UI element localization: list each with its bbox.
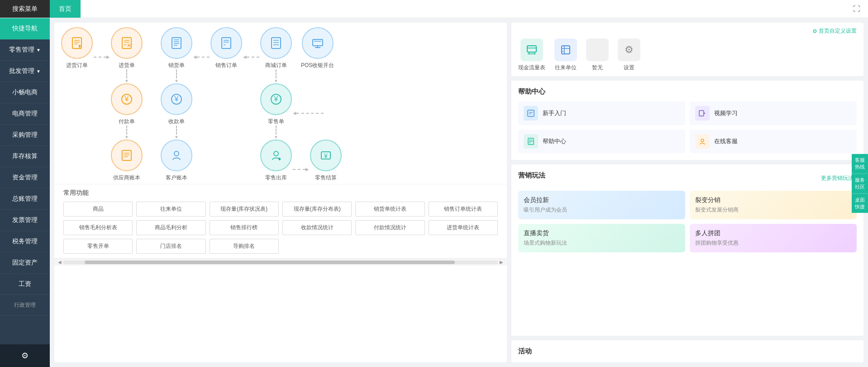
- helpcenter-label: 帮助中心: [543, 137, 566, 145]
- sales-slip-icon[interactable]: [161, 27, 192, 59]
- quick-btn-contacts[interactable]: 往来单位: [136, 202, 205, 217]
- quick-btn-receipt-stats[interactable]: 收款情况统计: [282, 220, 352, 235]
- sidebar-settings-button[interactable]: ⚙: [0, 344, 50, 367]
- left-panel: 进货订单 ▶ 进货单: [54, 23, 507, 362]
- svg-rect-47: [528, 110, 534, 116]
- quick-access-header: ⚙ 首页自定义设置: [518, 27, 857, 35]
- quick-btn-sales-margin[interactable]: 销售毛利分析表: [63, 220, 133, 235]
- svg-marker-51: [704, 112, 706, 114]
- sidebar-item-inventory[interactable]: 库存核算: [0, 146, 50, 167]
- mall-order-icon[interactable]: [260, 27, 292, 59]
- sidebar-item-ecom-mgmt[interactable]: 电商管理: [0, 103, 50, 125]
- home-tab[interactable]: 首页: [50, 0, 81, 18]
- retail-arrow: ▶: [292, 167, 310, 182]
- quick-icon-none[interactable]: 暂无: [586, 39, 609, 72]
- marketing-item-group[interactable]: 多人拼团 拼团购物享受优惠: [690, 224, 857, 252]
- sidebar-item-retail-mgmt[interactable]: 零售管理 ▼: [0, 39, 50, 61]
- content-area: 进货订单 ▶ 进货单: [50, 18, 868, 367]
- contacts-label: 往来单位: [555, 64, 577, 72]
- retail-settle-icon[interactable]: ¥: [310, 140, 342, 171]
- scroll-left[interactable]: ◀: [57, 260, 63, 265]
- svg-rect-7: [172, 38, 181, 48]
- quick-access-section: ⚙ 首页自定义设置 现金流量表: [511, 23, 863, 76]
- sidebar-item-xc-ecom[interactable]: 小畅电商: [0, 82, 50, 103]
- retail-mgmt-arrow: ▼: [36, 48, 41, 53]
- sales-order-label: 销售订单: [215, 62, 237, 69]
- sidebar-item-general-ledger[interactable]: 总账管理: [0, 188, 50, 210]
- sidebar-item-purchase-mgmt[interactable]: 采购管理: [0, 125, 50, 146]
- quick-btn-goods[interactable]: 商品: [63, 202, 133, 217]
- quick-btn-sales-stats[interactable]: 销货单统计表: [355, 202, 424, 217]
- mall-order-down: ▼: [260, 69, 292, 83]
- quick-functions-grid: 商品 往来单位 现存量(库存状况表) 现存量(库存分布表) 销货单统计表 销售订…: [63, 202, 498, 254]
- sidebar-item-fixed-assets[interactable]: 固定资产: [0, 252, 50, 274]
- scroll-right[interactable]: ▶: [498, 260, 505, 265]
- purchase-order-icon[interactable]: [61, 27, 93, 59]
- quick-btn-guide-rank[interactable]: 导购排名: [210, 239, 279, 254]
- help-item-helpcenter[interactable]: 帮助中心: [518, 130, 685, 153]
- purchase-slip-icon[interactable]: [111, 27, 143, 59]
- video-label: 视频学习: [714, 109, 738, 117]
- receipt-slip-icon[interactable]: ¥: [161, 83, 192, 115]
- sidebar-item-invoice[interactable]: 发票管理: [0, 210, 50, 231]
- help-item-online-support[interactable]: 在线客服: [690, 130, 857, 153]
- customer-account-icon[interactable]: [161, 140, 192, 171]
- supplier-account-icon[interactable]: [111, 140, 143, 171]
- quick-btn-payment-stats[interactable]: 付款情况统计: [355, 220, 424, 235]
- settings-icon: ⚙: [21, 351, 29, 361]
- quick-btn-inventory-status[interactable]: 现存量(库存状况表): [210, 202, 279, 217]
- scrollbar-thumb[interactable]: [85, 261, 455, 264]
- retail-outbound-icon[interactable]: [260, 140, 292, 171]
- sidebar-item-tax[interactable]: 税务管理: [0, 231, 50, 252]
- quick-functions-title: 常用功能: [63, 189, 498, 197]
- svg-rect-50: [699, 111, 704, 116]
- marketing-header: 营销玩法 更多营销玩法 ›: [518, 171, 857, 185]
- marketing-item-member[interactable]: 会员拉新 吸引用户成为会员: [518, 191, 685, 219]
- quick-btn-retail-order[interactable]: 零售开单: [63, 239, 133, 254]
- spacer-v2-1: [61, 126, 111, 140]
- marketing-item-live[interactable]: 直播卖货 场景式购物新玩法: [518, 224, 685, 252]
- customize-link[interactable]: ⚙ 首页自定义设置: [812, 27, 857, 35]
- quick-functions: 常用功能 商品 往来单位 现存量(库存状况表) 现存量(库存分布表) 销货单统计…: [54, 184, 507, 258]
- pos-cashier-icon[interactable]: [302, 27, 334, 59]
- quick-icon-settings[interactable]: ⚙ 设置: [618, 39, 640, 72]
- quick-icon-cash-flow[interactable]: 现金流量表: [518, 39, 545, 72]
- quick-btn-inventory-dist[interactable]: 现存量(库存分布表): [282, 202, 352, 217]
- sidebar-item-payroll[interactable]: 工资: [0, 274, 50, 295]
- svg-rect-29: [122, 150, 131, 160]
- live-title: 直播卖货: [524, 229, 680, 237]
- quick-btn-sales-order-stats[interactable]: 销售订单统计表: [429, 202, 498, 217]
- scrollbar[interactable]: ◀ ▶: [54, 258, 507, 266]
- marketing-item-split[interactable]: 裂变分销 裂变式发展分销商: [690, 191, 857, 219]
- arrow-1: ▶: [93, 54, 111, 69]
- help-center-section: 帮助中心 新手入门 视频学习: [511, 81, 863, 160]
- sales-order-icon[interactable]: [210, 27, 242, 59]
- search-menu-button[interactable]: 搜索菜单: [0, 0, 50, 18]
- quick-btn-goods-margin[interactable]: 商品毛利分析: [136, 220, 205, 235]
- retail-outbound-label: 零售出库: [265, 174, 287, 182]
- retail-slip-label: 零售单: [268, 118, 284, 126]
- sales-slip-down: ▼: [161, 69, 192, 83]
- payment-slip-icon[interactable]: ¥: [111, 83, 143, 115]
- quick-btn-purchase-stats[interactable]: 进货单统计表: [429, 220, 498, 235]
- quick-btn-store-rank[interactable]: 门店排名: [136, 239, 205, 254]
- cash-flow-icon-box: [520, 39, 543, 61]
- sidebar-item-finance[interactable]: 资金管理: [0, 167, 50, 188]
- purchase-slip-down: ▼: [111, 69, 143, 83]
- float-btn-desktop[interactable]: 桌面快捷: [852, 193, 868, 213]
- help-item-beginner[interactable]: 新手入门: [518, 101, 685, 125]
- float-btn-customer-service[interactable]: 客服热线: [852, 154, 868, 174]
- float-btn-community[interactable]: 服务社区: [852, 174, 868, 194]
- quick-icon-contacts[interactable]: 往来单位: [554, 39, 577, 72]
- retail-slip-icon[interactable]: ¥: [260, 83, 292, 115]
- help-item-video[interactable]: 视频学习: [690, 101, 857, 125]
- member-title: 会员拉新: [524, 196, 680, 204]
- scrollbar-track[interactable]: [63, 261, 498, 264]
- sidebar-item-wholesale-mgmt[interactable]: 批发管理 ▼: [0, 61, 50, 82]
- none-label: 暂无: [592, 64, 603, 72]
- gear-icon: ⚙: [812, 28, 817, 34]
- quick-btn-sales-rank[interactable]: 销售排行榜: [210, 220, 279, 235]
- fullscreen-button[interactable]: ⛶: [850, 2, 863, 16]
- sidebar-item-quick-nav[interactable]: 快捷导航: [0, 18, 50, 39]
- sidebar-item-more[interactable]: 行政管理: [0, 295, 50, 316]
